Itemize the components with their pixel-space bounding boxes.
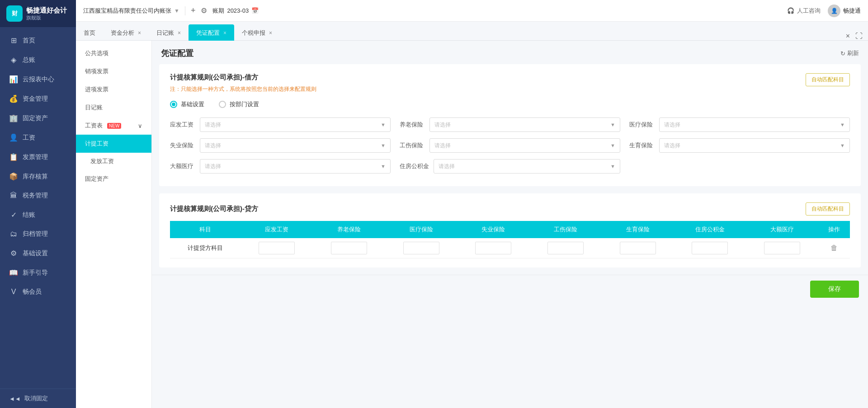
cell-maternity[interactable] [602,238,674,258]
unemployment-select[interactable]: 请选择 ▼ [200,138,391,153]
maternity-select[interactable]: 请选择 ▼ [659,138,850,153]
field-maternity: 生育保险 请选择 ▼ [629,138,850,153]
tab-funds[interactable]: 资金分析 × [103,24,149,41]
housing-fund-select[interactable]: 请选择 ▼ [434,159,620,174]
sidebar-item-reports[interactable]: 📊 云报表中心 [0,70,76,89]
input-pension[interactable] [331,242,367,254]
tab-journal[interactable]: 日记账 × [149,24,189,41]
medical-select[interactable]: 请选择 ▼ [659,117,850,132]
sidebar-item-ledger[interactable]: ◈ 总账 [0,50,76,70]
cell-unemployment[interactable] [457,238,529,258]
salary-icon: 👤 [9,133,18,142]
save-btn[interactable]: 保存 [810,281,859,298]
cell-housing[interactable] [674,238,746,258]
cell-major-medical[interactable] [746,238,818,258]
select-arrow-icon: ▼ [381,122,386,127]
major-medical-select[interactable]: 请选择 ▼ [200,159,391,174]
cell-work-injury[interactable] [529,238,602,258]
sidebar-item-salary[interactable]: 👤 工资 [0,128,76,147]
input-gross[interactable] [259,242,295,254]
radio-dept-label: 按部门设置 [230,100,259,108]
radio-basic-label: 基础设置 [181,100,204,108]
select-arrow-icon: ▼ [840,143,845,148]
cell-gross[interactable] [241,238,313,258]
tab-voucher-close[interactable]: × [223,30,226,36]
cell-medical[interactable] [385,238,458,258]
credit-section: 计提核算规则(公司承担)-贷方 自动匹配科目 科目 应发工资 养老保险 医疗保险… [159,193,861,267]
menu-item-purchase-invoice[interactable]: 进项发票 [76,80,151,98]
gross-salary-select[interactable]: 请选择 ▼ [200,117,391,132]
add-tab-btn[interactable]: + [191,6,196,15]
refresh-btn[interactable]: ↻ 刷新 [840,49,859,57]
content-area: 公共选项 销项发票 进项发票 日记账 工资表 NEW ∨ 计提工资 [76,41,868,408]
sidebar-item-guide[interactable]: 📖 新手引导 [0,263,76,282]
input-maternity[interactable] [620,242,656,254]
menu-payroll-accrual-label: 计提工资 [85,140,108,148]
expand-icon: ∨ [138,122,142,129]
sidebar-item-tax[interactable]: 🏛 税务管理 [0,186,76,205]
vip-icon: V [9,288,18,296]
menu-item-payroll-table[interactable]: 工资表 NEW ∨ [76,117,151,135]
expand-tab-btn[interactable]: ⛶ [855,32,863,40]
tab-tax[interactable]: 个税申报 × [234,24,280,41]
sidebar-item-archive[interactable]: 🗂 归档管理 [0,225,76,244]
sidebar-item-invoice[interactable]: 📋 发票管理 [0,147,76,167]
debit-auto-match-btn[interactable]: 自动匹配科目 [806,73,850,86]
support-btn[interactable]: 🎧 人工咨询 [787,7,821,15]
menu-item-payroll-accrual[interactable]: 计提工资 [76,135,151,153]
input-housing[interactable] [692,242,728,254]
table-row: 计提贷方科目 🗑 [170,238,850,258]
tax-icon: 🏛 [9,192,18,200]
settings-btn[interactable]: ⚙ [201,6,207,15]
menu-item-sales-invoice[interactable]: 销项发票 [76,62,151,80]
tab-journal-close[interactable]: × [178,30,181,36]
credit-auto-match-btn[interactable]: 自动匹配科目 [806,202,850,216]
work-injury-select[interactable]: 请选择 ▼ [429,138,620,153]
sidebar-item-closing[interactable]: ✓ 结账 [0,205,76,225]
user-menu[interactable]: 👤 畅捷通 [828,5,861,17]
sidebar-item-home[interactable]: ⊞ 首页 [0,31,76,50]
tab-home[interactable]: 首页 [76,24,103,41]
tab-funds-close[interactable]: × [138,30,141,36]
menu-item-journal[interactable]: 日记账 [76,98,151,117]
company-name: 江西服宝精品有限责任公司内账张 [83,7,171,15]
reports-icon: 📊 [9,75,18,84]
cell-pension[interactable] [313,238,385,258]
input-work-injury[interactable] [547,242,584,254]
menu-item-fixed-assets[interactable]: 固定资产 [76,170,151,188]
logo-icon: 财 [6,5,23,22]
debit-note: 注：只能选择一种方式，系统将按照您当前的选择来配置规则 [170,85,316,93]
housing-fund-label: 住房公积金 [400,162,429,170]
unemployment-label: 失业保险 [170,141,195,150]
refresh-icon: ↻ [840,50,845,57]
calendar-icon[interactable]: 📅 [251,7,259,14]
sidebar-item-funds[interactable]: 💰 资金管理 [0,89,76,108]
menu-item-public[interactable]: 公共选项 [76,44,151,62]
company-selector[interactable]: 江西服宝精品有限责任公司内账张 ▼ [83,7,179,15]
credit-section-header: 计提核算规则(公司承担)-贷方 自动匹配科目 [170,202,850,216]
menu-item-payroll-issue[interactable]: 发放工资 [76,153,151,170]
sidebar-item-settings[interactable]: ⚙ 基础设置 [0,244,76,263]
new-badge: NEW [107,123,121,129]
radio-dept[interactable]: 按部门设置 [219,100,259,108]
input-unemployment[interactable] [475,242,511,254]
cancel-fixed-btn[interactable]: ◄◄ 取消固定 [0,389,76,408]
headset-icon: 🎧 [787,7,794,14]
sidebar-item-inventory[interactable]: 📦 库存核算 [0,167,76,186]
input-major-medical[interactable] [764,242,800,254]
tab-tax-close[interactable]: × [269,30,272,36]
close-tab-btn[interactable]: × [846,32,850,40]
menu-sales-invoice-label: 销项发票 [85,67,108,75]
sidebar-item-assets[interactable]: 🏢 固定资产 [0,108,76,128]
pension-select[interactable]: 请选择 ▼ [429,117,620,132]
tab-voucher[interactable]: 凭证配置 × [189,24,234,41]
radio-basic[interactable]: 基础设置 [170,100,204,108]
sidebar-item-label: 归档管理 [23,230,48,238]
delete-row-btn[interactable]: 🗑 [830,244,838,252]
menu-public-label: 公共选项 [85,49,108,57]
field-medical: 医疗保险 请选择 ▼ [629,117,850,132]
col-unemployment: 失业保险 [457,221,529,238]
input-medical[interactable] [403,242,439,254]
cell-delete[interactable]: 🗑 [818,238,850,258]
sidebar-item-vip[interactable]: V 畅会员 [0,282,76,301]
